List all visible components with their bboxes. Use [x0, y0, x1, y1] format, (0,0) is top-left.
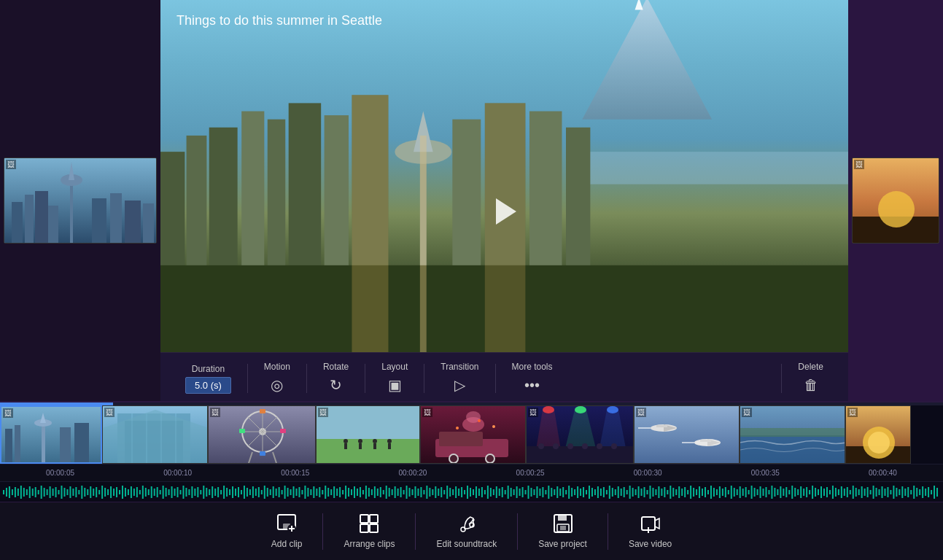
svg-rect-159 [122, 486, 123, 499]
svg-rect-75 [373, 443, 376, 449]
svg-rect-226 [316, 489, 317, 496]
left-clip-preview[interactable]: 🖼 [4, 158, 157, 244]
svg-rect-204 [252, 486, 254, 498]
svg-rect-262 [420, 487, 422, 497]
clip-3[interactable]: 🖼 [208, 405, 316, 464]
svg-rect-248 [380, 487, 381, 497]
more-tools-tool[interactable]: More tools ••• [499, 359, 566, 398]
duration-value[interactable]: 5.0 (s) [185, 377, 231, 394]
svg-rect-287 [493, 489, 494, 495]
delete-label: Delete [798, 362, 823, 372]
svg-rect-360 [705, 487, 706, 497]
svg-rect-297 [522, 487, 524, 497]
svg-rect-73 [359, 443, 362, 449]
svg-point-117 [868, 432, 890, 454]
save-project-button[interactable]: Save project [518, 508, 608, 555]
svg-rect-355 [690, 486, 691, 499]
svg-rect-416 [867, 487, 869, 497]
rotate-tool[interactable]: Rotate ↻ [310, 359, 362, 398]
svg-rect-296 [519, 489, 521, 496]
svg-rect-223 [307, 488, 308, 497]
clip-9[interactable]: 🖼 [845, 405, 911, 464]
clip-2[interactable]: 🖼 [102, 405, 208, 464]
svg-rect-187 [203, 486, 204, 499]
delete-tool[interactable]: Delete 🗑 [785, 359, 837, 398]
play-button[interactable] [487, 194, 522, 229]
transition-tool[interactable]: Transition ▷ [427, 359, 492, 398]
layout-tool[interactable]: Layout ▣ [368, 359, 421, 398]
svg-rect-295 [516, 486, 518, 498]
svg-rect-141 [69, 486, 71, 498]
svg-rect-178 [177, 487, 179, 497]
audio-waveform[interactable] [0, 481, 943, 502]
clip-6[interactable]: 🖼 [526, 405, 634, 464]
svg-rect-167 [145, 488, 147, 497]
svg-rect-365 [719, 486, 721, 498]
svg-rect-283 [481, 487, 483, 497]
edit-soundtrack-button[interactable]: Edit soundtrack [416, 508, 517, 555]
svg-rect-102 [635, 406, 740, 463]
svg-rect-44 [60, 427, 71, 464]
svg-rect-319 [586, 490, 587, 494]
add-clip-button[interactable]: Add clip [251, 508, 323, 555]
svg-rect-68 [317, 406, 420, 439]
svg-rect-335 [632, 488, 634, 497]
svg-rect-199 [238, 487, 239, 497]
svg-rect-331 [621, 489, 622, 496]
svg-rect-317 [580, 489, 581, 496]
separator-4 [424, 364, 424, 393]
svg-rect-40 [15, 425, 20, 464]
svg-rect-415 [864, 489, 866, 496]
save-video-button[interactable]: Save video [608, 508, 692, 555]
svg-rect-64 [260, 451, 265, 456]
svg-rect-240 [357, 489, 358, 496]
svg-rect-383 [771, 486, 772, 499]
svg-rect-266 [432, 489, 433, 495]
svg-rect-9 [110, 193, 122, 244]
svg-rect-128 [32, 489, 34, 496]
svg-rect-281 [476, 486, 477, 498]
svg-rect-289 [499, 489, 500, 496]
clip-4[interactable]: 🖼 [316, 405, 420, 464]
clip-1-icon: 🖼 [3, 408, 13, 418]
svg-rect-242 [362, 490, 364, 494]
clip-5[interactable]: 🖼 [420, 405, 526, 464]
svg-rect-237 [348, 488, 349, 497]
svg-rect-356 [693, 488, 694, 497]
svg-rect-274 [455, 486, 457, 498]
arrange-clips-button[interactable]: Arrange clips [323, 508, 415, 555]
ruler-mark-5: 00:00:25 [472, 469, 589, 477]
svg-rect-175 [168, 489, 170, 495]
svg-rect-405 [835, 488, 837, 497]
duration-tool[interactable]: Duration 5.0 (s) [172, 361, 244, 397]
svg-rect-340 [647, 490, 648, 494]
svg-rect-165 [139, 490, 141, 494]
clip-2-icon: 🖼 [104, 408, 115, 417]
transition-label: Transition [441, 362, 478, 372]
video-preview-container: Things to do this summer in Seattle Dura… [160, 0, 848, 401]
clip-8[interactable]: 🖼 [740, 405, 845, 464]
clip-1[interactable]: 🖼 [0, 405, 102, 464]
edit-soundtrack-icon [457, 514, 476, 536]
svg-rect-233 [336, 489, 338, 496]
svg-rect-320 [589, 486, 590, 499]
motion-tool[interactable]: Motion ◎ [251, 359, 303, 398]
clip-7[interactable]: 🖼 [634, 405, 740, 464]
svg-rect-336 [635, 489, 637, 495]
svg-rect-435 [922, 486, 923, 498]
more-tools-label: More tools [512, 362, 553, 372]
svg-rect-162 [131, 486, 132, 498]
svg-point-74 [373, 439, 377, 443]
svg-rect-423 [887, 487, 888, 497]
svg-rect-285 [487, 486, 489, 499]
svg-rect-77 [388, 443, 391, 449]
right-clip-preview[interactable]: 🖼 [852, 158, 939, 244]
svg-rect-190 [212, 486, 213, 498]
svg-rect-130 [38, 490, 39, 494]
svg-rect-391 [794, 488, 796, 497]
svg-rect-384 [774, 488, 775, 497]
svg-rect-318 [583, 487, 584, 497]
svg-rect-235 [342, 490, 344, 494]
svg-rect-371 [737, 489, 738, 495]
svg-rect-251 [389, 488, 390, 497]
